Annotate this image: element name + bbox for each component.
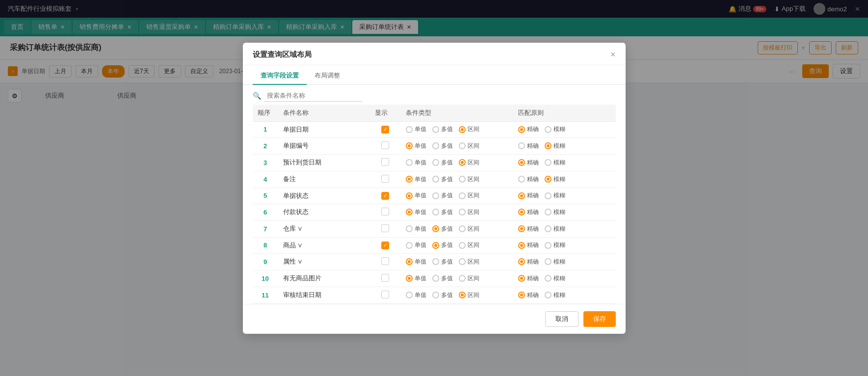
modal-overlay[interactable]: 设置查询区域布局 × 查询字段设置 布局调整 🔍 顺序 条件名称 — [0, 0, 868, 112]
modal-header: 设置查询区域布局 × — [243, 43, 626, 65]
modal-table: 顺序 条件名称 显示 条件类型 匹配原则 1单据日期✓单值多值区间精确模糊2单据… — [253, 105, 616, 113]
modal-tabs: 查询字段设置 布局调整 — [243, 67, 626, 85]
modal-close-btn[interactable]: × — [610, 50, 616, 60]
modal-tab-layout-adjust[interactable]: 布局调整 — [307, 67, 348, 85]
modal-table-wrap: 顺序 条件名称 显示 条件类型 匹配原则 1单据日期✓单值多值区间精确模糊2单据… — [243, 105, 626, 113]
search-icon: 🔍 — [253, 92, 261, 100]
modal-tab-query-fields[interactable]: 查询字段设置 — [253, 67, 307, 85]
th-name: 条件名称 — [278, 105, 370, 113]
modal-dialog: 设置查询区域布局 × 查询字段设置 布局调整 🔍 顺序 条件名称 — [243, 43, 626, 113]
table-header-row: 顺序 条件名称 显示 条件类型 匹配原则 — [253, 105, 616, 113]
th-order: 顺序 — [253, 105, 278, 113]
th-show: 显示 — [370, 105, 401, 113]
modal-search-input[interactable] — [264, 90, 362, 102]
modal-title: 设置查询区域布局 — [253, 50, 312, 59]
th-match: 匹配原则 — [513, 105, 615, 113]
th-type: 条件类型 — [401, 105, 513, 113]
modal-search: 🔍 — [243, 85, 626, 105]
